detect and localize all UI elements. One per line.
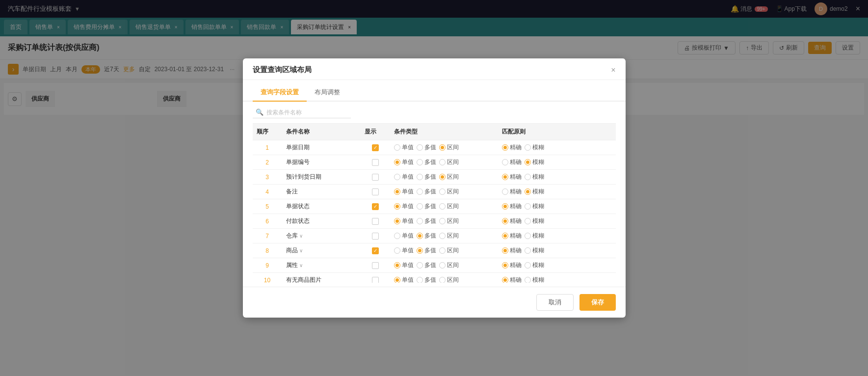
match-radio-4-0[interactable]: 精确 [502, 202, 522, 211]
cell-checkbox-4[interactable]: ✓ [361, 203, 390, 210]
cell-checkbox-9[interactable] [361, 277, 390, 283]
cell-checkbox-0[interactable]: ✓ [361, 144, 390, 151]
radio-circle [394, 262, 400, 269]
type-radio-6-2[interactable]: 区间 [439, 232, 459, 240]
radio-circle [394, 218, 400, 224]
cell-name-8: 属性 ∨ [282, 261, 361, 269]
checkbox-8[interactable] [372, 262, 379, 269]
checkbox-4[interactable]: ✓ [372, 203, 379, 210]
search-input[interactable] [266, 109, 348, 116]
match-radio-8-0[interactable]: 精确 [502, 261, 522, 269]
dialog-tab-layout[interactable]: 布局调整 [307, 84, 348, 102]
match-radio-circle [502, 277, 508, 283]
radio-circle [439, 159, 446, 165]
checkbox-2[interactable] [372, 174, 379, 181]
type-radio-7-2[interactable]: 区间 [439, 246, 459, 255]
cell-match-5: 精确模糊 [498, 217, 596, 225]
match-radio-6-1[interactable]: 模糊 [525, 232, 544, 240]
dialog-tab-query-fields[interactable]: 查询字段设置 [253, 84, 307, 102]
dialog-close-btn[interactable]: × [611, 66, 615, 75]
type-radio-4-1[interactable]: 多值 [417, 202, 436, 211]
match-radio-circle [502, 247, 508, 254]
type-radio-6-0[interactable]: 单值 [394, 232, 414, 240]
match-radio-3-0[interactable]: 精确 [502, 188, 522, 196]
checkbox-6[interactable] [372, 233, 379, 240]
cell-checkbox-3[interactable] [361, 188, 390, 195]
cell-checkbox-8[interactable] [361, 262, 390, 269]
type-radio-2-1[interactable]: 多值 [417, 173, 436, 181]
match-radio-0-1[interactable]: 模糊 [525, 143, 544, 152]
match-radio-5-1[interactable]: 模糊 [525, 217, 544, 225]
type-radio-5-1[interactable]: 多值 [417, 217, 436, 225]
match-radio-9-1[interactable]: 模糊 [525, 276, 544, 283]
cell-order-5: 6 [253, 218, 282, 225]
match-radio-2-0[interactable]: 精确 [502, 173, 522, 181]
type-radio-1-2[interactable]: 区间 [439, 158, 459, 166]
checkbox-7[interactable]: ✓ [372, 247, 379, 254]
checkbox-5[interactable] [372, 218, 379, 225]
cell-type-7: 单值多值区间 [390, 246, 498, 255]
type-radio-8-0[interactable]: 单值 [394, 261, 414, 269]
type-radio-0-2[interactable]: 区间 [439, 143, 459, 152]
dialog-footer: 取消 保存 [243, 287, 626, 318]
checkbox-9[interactable] [372, 277, 379, 283]
match-radio-6-0[interactable]: 精确 [502, 232, 522, 240]
match-radio-0-0[interactable]: 精确 [502, 143, 522, 152]
radio-circle [394, 174, 400, 180]
radio-circle [439, 262, 446, 269]
cancel-btn[interactable]: 取消 [536, 294, 574, 311]
cell-name-1: 单据编号 [282, 158, 361, 166]
type-radio-3-0[interactable]: 单值 [394, 188, 414, 196]
cell-checkbox-5[interactable] [361, 218, 390, 225]
type-radio-3-2[interactable]: 区间 [439, 188, 459, 196]
type-radio-8-2[interactable]: 区间 [439, 261, 459, 269]
cell-name-5: 付款状态 [282, 217, 361, 225]
type-radio-2-0[interactable]: 单值 [394, 173, 414, 181]
radio-circle [439, 188, 446, 195]
match-radio-7-0[interactable]: 精确 [502, 246, 522, 255]
save-btn[interactable]: 保存 [579, 294, 616, 311]
type-radio-9-1[interactable]: 多值 [417, 276, 436, 283]
type-radio-1-0[interactable]: 单值 [394, 158, 414, 166]
dialog-search-area: 🔍 [243, 102, 626, 123]
type-radio-4-0[interactable]: 单值 [394, 202, 414, 211]
type-radio-7-1[interactable]: 多值 [417, 246, 436, 255]
cell-name-9: 有无商品图片 [282, 276, 361, 283]
cell-order-3: 4 [253, 188, 282, 195]
cell-checkbox-1[interactable] [361, 159, 390, 166]
cell-checkbox-7[interactable]: ✓ [361, 247, 390, 254]
radio-circle [417, 262, 423, 269]
match-radio-5-0[interactable]: 精确 [502, 217, 522, 225]
match-radio-1-1[interactable]: 模糊 [525, 158, 544, 166]
type-radio-9-0[interactable]: 单值 [394, 276, 414, 283]
type-radio-0-0[interactable]: 单值 [394, 143, 414, 152]
checkbox-0[interactable]: ✓ [372, 144, 379, 151]
cell-checkbox-2[interactable] [361, 174, 390, 181]
match-radio-circle [525, 159, 531, 165]
type-radio-7-0[interactable]: 单值 [394, 246, 414, 255]
type-radio-2-2[interactable]: 区间 [439, 173, 459, 181]
col-order: 顺序 [253, 128, 282, 136]
match-radio-circle [502, 233, 508, 239]
match-radio-3-1[interactable]: 模糊 [525, 188, 544, 196]
type-radio-9-2[interactable]: 区间 [439, 276, 459, 283]
type-radio-6-1[interactable]: 多值 [417, 232, 436, 240]
type-radio-3-1[interactable]: 多值 [417, 188, 436, 196]
match-radio-circle [525, 262, 531, 269]
type-radio-4-2[interactable]: 区间 [439, 202, 459, 211]
match-radio-8-1[interactable]: 模糊 [525, 261, 544, 269]
match-radio-1-0[interactable]: 精确 [502, 158, 522, 166]
table-row: 4备注单值多值区间精确模糊 [253, 185, 616, 199]
match-radio-9-0[interactable]: 精确 [502, 276, 522, 283]
type-radio-5-0[interactable]: 单值 [394, 217, 414, 225]
type-radio-0-1[interactable]: 多值 [417, 143, 436, 152]
match-radio-7-1[interactable]: 模糊 [525, 246, 544, 255]
type-radio-1-1[interactable]: 多值 [417, 158, 436, 166]
type-radio-8-1[interactable]: 多值 [417, 261, 436, 269]
cell-checkbox-6[interactable] [361, 233, 390, 240]
type-radio-5-2[interactable]: 区间 [439, 217, 459, 225]
checkbox-3[interactable] [372, 188, 379, 195]
match-radio-2-1[interactable]: 模糊 [525, 173, 544, 181]
match-radio-4-1[interactable]: 模糊 [525, 202, 544, 211]
checkbox-1[interactable] [372, 159, 379, 166]
